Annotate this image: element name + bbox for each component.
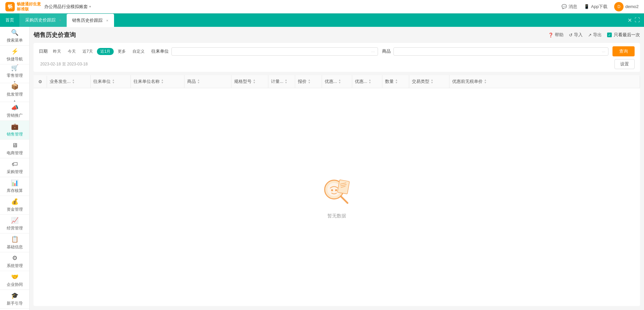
- filter-action-buttons: 查询: [612, 46, 635, 56]
- sidebar-item-inventory-check[interactable]: 📊 库存核算: [0, 177, 29, 196]
- tab-bar-actions: ✕ ⛶: [628, 17, 644, 23]
- sidebar-item-sales-mgmt[interactable]: 💼 销售管理: [0, 121, 29, 140]
- guide-icon: 🎓: [11, 292, 18, 299]
- help-button[interactable]: ❓ 帮助: [548, 32, 564, 38]
- th-discount1[interactable]: 优惠... ▲▼: [322, 75, 352, 88]
- sidebar-item-system-settings[interactable]: ⚙ 系统管理: [0, 252, 29, 271]
- th-goods[interactable]: 商品 ▲▼: [184, 75, 231, 88]
- date-btn-1month[interactable]: 近1月: [97, 48, 114, 55]
- partner-label: 往来单位: [151, 48, 169, 54]
- page-header-actions: ❓ 帮助 ↺ 导入 ↗ 导出 ✓ 只看最后一次: [548, 32, 640, 38]
- partner-filter-group: 往来单位 ···: [151, 47, 378, 56]
- svg-point-3: [331, 189, 333, 191]
- filter-row-1: 日期 昨天 今天 近7天 近1月 更多 自定义 往来单位 ···: [39, 46, 635, 56]
- maximize-button[interactable]: ⛶: [635, 17, 640, 23]
- th-pretax-price[interactable]: 优惠前无税单价 ▲▼: [449, 75, 640, 88]
- sort-goods-icon: ▲▼: [197, 79, 200, 84]
- sidebar: 🔍 搜索菜单 ⚡ 快捷导航 🛒 零售管理 ▾ 📦 批发管理 ▴ 📣 营销推广 💼…: [0, 27, 30, 310]
- sidebar-item-ecommerce-mgmt[interactable]: 🖥 电商管理: [0, 140, 29, 158]
- sidebar-item-marketing[interactable]: 📣 营销推广: [0, 102, 29, 121]
- tab-home[interactable]: 首页: [0, 13, 20, 27]
- top-bar: 畅 畅捷通好生意 标准版 办公用品行业模拟账套 ▾ 💬 消息 📱 App下载 D…: [0, 0, 644, 13]
- date-buttons: 昨天 今天 近7天 近1月 更多 自定义: [50, 48, 147, 55]
- sort-price-icon: ▲▼: [308, 79, 311, 84]
- logo-area: 畅 畅捷通好生意 标准版: [5, 2, 41, 11]
- app-download-button[interactable]: 📱 App下载: [584, 4, 607, 10]
- empty-text: 暂无数据: [327, 213, 346, 219]
- user-profile[interactable]: D demo2: [614, 2, 639, 11]
- sidebar-item-operation-mgmt[interactable]: 📈 经营管理: [0, 215, 29, 234]
- sidebar-item-finance-mgmt[interactable]: 💰 资金管理: [0, 196, 29, 215]
- operation-icon: 📈: [11, 217, 18, 224]
- sort-pretax-icon: ▲▼: [484, 79, 487, 84]
- message-button[interactable]: 💬 消息: [561, 4, 577, 10]
- import-icon: ↺: [569, 33, 573, 38]
- tab-purchase-history-close[interactable]: ×: [59, 18, 61, 22]
- goods-filter-group: 商品 ···: [382, 47, 608, 56]
- logo-icon: 畅: [5, 2, 15, 11]
- cart-icon: 🛒: [11, 64, 18, 71]
- sidebar-item-wholesale-mgmt[interactable]: 📦 批发管理 ▴: [0, 83, 29, 102]
- th-price[interactable]: 报价 ▲▼: [295, 75, 322, 88]
- th-trade-type[interactable]: 交易类型 ▲▼: [409, 75, 449, 88]
- tab-sales-history-close[interactable]: ×: [106, 18, 108, 22]
- inventory-icon: 📊: [11, 179, 18, 187]
- page-title: 销售历史价查询: [34, 31, 76, 39]
- th-partner-name[interactable]: 往来单位名称 ▲▼: [131, 75, 184, 88]
- tab-sales-history[interactable]: 销售历史价跟踪 ×: [67, 14, 114, 27]
- sort-discount2-icon: ▲▼: [369, 79, 371, 84]
- sales-icon: 💼: [11, 123, 18, 130]
- table-header: ⚙ 业务发生... ▲▼ 往来单位 ▲▼ 往来单位名称 ▲▼ 商品 ▲▼: [34, 75, 640, 88]
- message-icon: 💬: [561, 4, 567, 9]
- page-header: 销售历史价查询 ❓ 帮助 ↺ 导入 ↗ 导出 ✓ 只看最后一次: [34, 31, 640, 39]
- svg-point-4: [335, 189, 337, 191]
- sidebar-item-app-center[interactable]: 📱 应用中心: [0, 309, 29, 310]
- th-date[interactable]: 业务发生... ▲▼: [47, 75, 91, 88]
- last-only-checkbox[interactable]: ✓: [607, 33, 612, 37]
- goods-input[interactable]: ···: [393, 47, 608, 56]
- settings-icon: ⚙: [12, 254, 17, 262]
- settings-button[interactable]: 设置: [614, 59, 635, 69]
- sidebar-item-purchase-mgmt[interactable]: 🏷 采购管理: [0, 158, 29, 177]
- sort-unit-icon: ▲▼: [285, 79, 287, 84]
- th-unit[interactable]: 计量... ▲▼: [268, 75, 295, 88]
- lightning-icon: ⚡: [11, 48, 18, 55]
- th-discount2[interactable]: 优惠... ▲▼: [352, 75, 382, 88]
- tab-purchase-history[interactable]: 采购历史价跟踪 ×: [20, 13, 67, 27]
- sort-discount1-icon: ▲▼: [338, 79, 341, 84]
- th-spec[interactable]: 规格型号 ▲▼: [231, 75, 268, 88]
- sidebar-item-retail-mgmt[interactable]: 🛒 零售管理 ▾: [0, 64, 29, 83]
- last-only-checkbox-label[interactable]: ✓ 只看最后一次: [607, 32, 640, 38]
- sidebar-item-new-guide[interactable]: 🎓 新手引导: [0, 290, 29, 309]
- date-btn-today[interactable]: 今天: [65, 48, 78, 55]
- filter-row-2: 2023-02-18 至 2023-03-18 设置: [39, 59, 635, 69]
- wholesale-arrow-icon: ▴: [14, 99, 15, 102]
- th-settings[interactable]: ⚙: [34, 76, 47, 88]
- date-btn-7days[interactable]: 近7天: [80, 48, 96, 55]
- sidebar-item-quick-nav[interactable]: ⚡ 快捷导航: [0, 46, 29, 64]
- box-icon: 📦: [11, 83, 18, 90]
- date-btn-yesterday[interactable]: 昨天: [50, 48, 64, 55]
- th-qty[interactable]: 数量 ▲▼: [382, 75, 409, 88]
- partner-input[interactable]: ···: [171, 47, 378, 56]
- date-btn-custom[interactable]: 自定义: [130, 48, 147, 55]
- export-button[interactable]: ↗ 导出: [588, 32, 602, 38]
- sidebar-item-basic-info[interactable]: 📋 基础信息: [0, 234, 29, 252]
- date-range-display: 2023-02-18 至 2023-03-18: [40, 61, 88, 67]
- tab-bar: 首页 采购历史价跟踪 × 销售历史价跟踪 × ✕ ⛶: [0, 13, 644, 27]
- content-area: 销售历史价查询 ❓ 帮助 ↺ 导入 ↗ 导出 ✓ 只看最后一次: [30, 27, 644, 310]
- sidebar-item-search-menu[interactable]: 🔍 搜索菜单: [0, 27, 29, 46]
- company-dropdown-arrow: ▾: [89, 5, 91, 8]
- import-button[interactable]: ↺ 导入: [569, 32, 583, 38]
- search-button[interactable]: 查询: [612, 46, 635, 56]
- main-layout: 🔍 搜索菜单 ⚡ 快捷导航 🛒 零售管理 ▾ 📦 批发管理 ▴ 📣 营销推广 💼…: [0, 27, 644, 310]
- empty-state: 暂无数据: [34, 88, 640, 306]
- top-bar-right: 💬 消息 📱 App下载 D demo2: [561, 2, 639, 11]
- close-all-tabs-button[interactable]: ✕: [628, 17, 632, 23]
- th-partner-code[interactable]: 往来单位 ▲▼: [91, 75, 131, 88]
- date-btn-more[interactable]: 更多: [115, 48, 128, 55]
- empty-illustration: [320, 175, 354, 209]
- date-label: 日期: [39, 48, 48, 54]
- sidebar-item-enterprise-collab[interactable]: 🤝 企业协同: [0, 271, 29, 290]
- company-selector[interactable]: 办公用品行业模拟账套 ▾: [44, 4, 91, 10]
